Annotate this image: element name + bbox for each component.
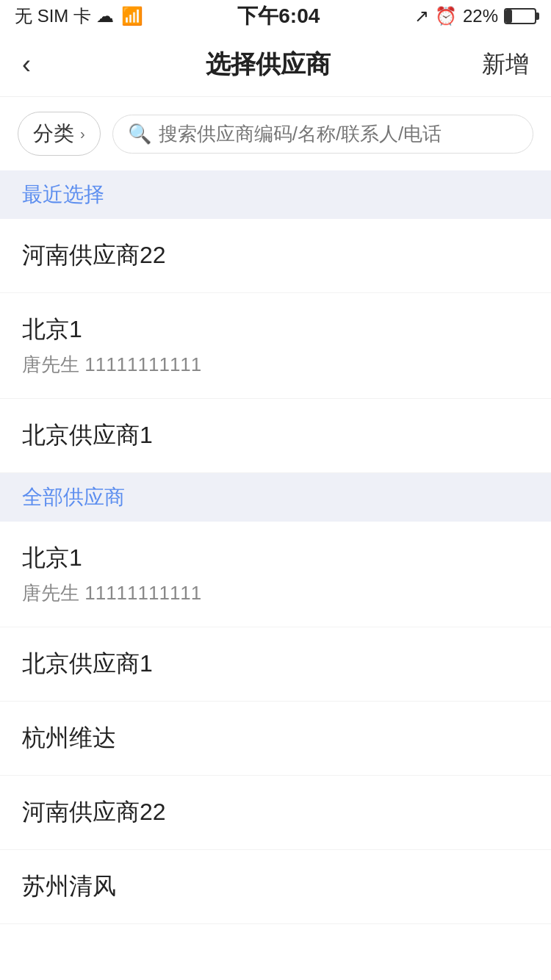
item-name: 河南供应商22 [22, 796, 529, 829]
nav-bar: ‹ 选择供应商 新增 [0, 32, 551, 97]
add-button[interactable]: 新增 [470, 48, 529, 81]
filter-bar: 分类 › 🔍 [0, 97, 551, 170]
page-title: 选择供应商 [66, 48, 470, 82]
wifi-icon: 📶 [121, 6, 143, 26]
all-section-label: 全部供应商 [22, 486, 125, 508]
item-name: 北京供应商1 [22, 419, 529, 452]
item-name: 苏州清风 [22, 871, 529, 903]
status-left: 无 SIM 卡 ☁ 📶 [15, 4, 143, 28]
search-box[interactable]: 🔍 [112, 115, 533, 154]
category-label: 分类 [33, 120, 74, 148]
battery-fill [505, 10, 512, 23]
item-name: 北京1 [22, 314, 529, 346]
item-sub: 唐先生 11111111111 [22, 352, 529, 378]
back-button[interactable]: ‹ [22, 49, 66, 80]
battery-percent: 22% [463, 6, 498, 26]
search-input[interactable] [159, 123, 518, 145]
item-name: 北京1 [22, 542, 529, 574]
alarm-icon: ⏰ [435, 6, 457, 26]
chevron-right-icon: › [80, 126, 85, 143]
all-section-header: 全部供应商 [0, 473, 551, 522]
recent-section-header: 最近选择 [0, 170, 551, 219]
list-item[interactable]: 河南供应商22 [0, 219, 551, 293]
all-list: 北京1唐先生 11111111111北京供应商1杭州维达河南供应商22苏州清风 [0, 522, 551, 924]
location-icon: ↗ [414, 6, 429, 26]
category-button[interactable]: 分类 › [18, 112, 101, 156]
status-right: ↗ ⏰ 22% [414, 6, 536, 26]
battery-icon [504, 8, 536, 24]
status-time: 下午6:04 [237, 2, 320, 30]
list-item[interactable]: 河南供应商22 [0, 776, 551, 850]
sim-label: 无 SIM 卡 ☁ [15, 4, 114, 28]
recent-section-label: 最近选择 [22, 183, 104, 206]
item-name: 北京供应商1 [22, 648, 529, 680]
search-icon: 🔍 [128, 123, 151, 145]
list-item[interactable]: 北京1唐先生 11111111111 [0, 522, 551, 627]
list-item[interactable]: 苏州清风 [0, 850, 551, 924]
list-item[interactable]: 杭州维达 [0, 702, 551, 776]
recent-list: 河南供应商22北京1唐先生 11111111111北京供应商1 [0, 219, 551, 473]
item-sub: 唐先生 11111111111 [22, 580, 529, 606]
list-item[interactable]: 北京1唐先生 11111111111 [0, 293, 551, 399]
item-name: 河南供应商22 [22, 239, 529, 272]
status-bar: 无 SIM 卡 ☁ 📶 下午6:04 ↗ ⏰ 22% [0, 0, 551, 32]
list-item[interactable]: 北京供应商1 [0, 627, 551, 702]
list-item[interactable]: 北京供应商1 [0, 399, 551, 473]
item-name: 杭州维达 [22, 722, 529, 754]
